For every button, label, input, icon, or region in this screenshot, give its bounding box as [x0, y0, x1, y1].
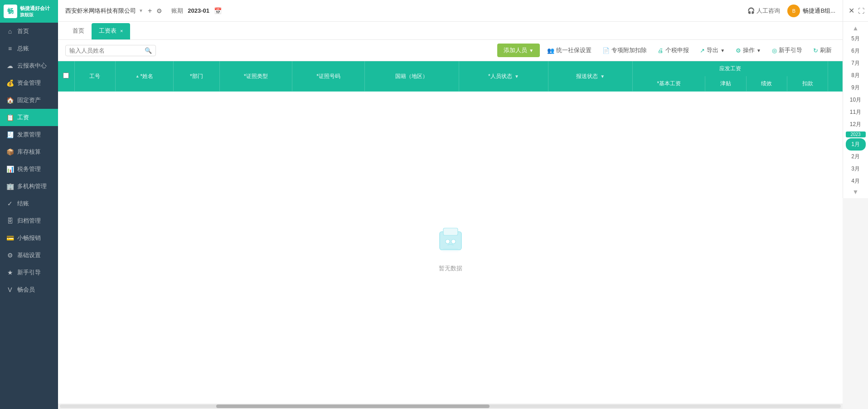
company-settings-icon[interactable]: ⚙ [156, 7, 162, 15]
month-item-2022-07[interactable]: 7月 [846, 57, 866, 69]
month-item-2023-01[interactable]: 1月 [846, 138, 866, 151]
sidebar-item-payroll[interactable]: 📋工资 [0, 109, 58, 126]
payroll-icon: 📋 [6, 114, 14, 121]
horizontal-scrollbar[interactable] [58, 404, 843, 409]
top-header: 西安虾米网络科技有限公司 ▼ + ⚙ 账期 2023-01 📅 🎧 人工咨询 B… [58, 0, 843, 22]
month-item-2023-04[interactable]: 4月 [846, 175, 866, 187]
operations-icon: ⚙ [736, 47, 741, 54]
guide-icon: ◎ [772, 47, 777, 54]
toolbar: 🔍 添加人员 ▼ 👥 统一社保设置 📄 专项附加扣除 🖨 个税申报 [58, 40, 843, 61]
guide-action[interactable]: ◎ 新手引导 [768, 44, 806, 56]
sidebar-item-cloud-report[interactable]: ☁云报表中心 [0, 57, 58, 74]
operations-action[interactable]: ⚙ 操作 ▼ [732, 44, 765, 56]
search-input[interactable] [69, 47, 142, 54]
table-header-row1: 工号 ▲ *姓名 *部门 *证照类型 [58, 61, 843, 76]
export-arrow-icon: ▼ [720, 48, 725, 53]
tab-bar: 首页 工资表 × [58, 22, 843, 40]
logo-icon: 畅 [4, 5, 17, 18]
sidebar-item-label-expense: 小畅报销 [17, 234, 41, 242]
refresh-icon: ↻ [813, 47, 818, 54]
sidebar-item-expense[interactable]: 💳小畅报销 [0, 229, 58, 247]
sidebar-item-fixed-assets[interactable]: 🏠固定资产 [0, 92, 58, 109]
sidebar-item-guide[interactable]: ★新手引导 [0, 264, 58, 281]
sidebar-item-multi-org[interactable]: 🏢多机构管理 [0, 178, 58, 195]
scrollbar-thumb[interactable] [216, 404, 490, 408]
sidebar-item-home[interactable]: ⌂首页 [0, 23, 58, 40]
th-base-salary: *基本工资 [633, 76, 705, 91]
th-id-type: *证照类型 [219, 61, 292, 91]
content-area: 🔍 添加人员 ▼ 👥 统一社保设置 📄 专项附加扣除 🖨 个税申报 [58, 40, 843, 409]
search-wrapper[interactable]: 🔍 [65, 45, 156, 56]
sidebar-item-settings[interactable]: ⚙基础设置 [0, 247, 58, 264]
month-item-2022-06[interactable]: 6月 [846, 45, 866, 57]
logo-text: 畅捷通好会计 旗舰版 [20, 5, 50, 17]
header-right: 🎧 人工咨询 B 畅捷通B组... [747, 5, 835, 17]
add-company-icon[interactable]: + [148, 7, 152, 15]
payroll-table: 工号 ▲ *姓名 *部门 *证照类型 [58, 61, 843, 91]
sidebar: 畅 畅捷通好会计 旗舰版 ⌂首页≡总账☁云报表中心💰资金管理🏠固定资产📋工资🧾发… [0, 0, 58, 409]
tab-payroll-table[interactable]: 工资表 × [92, 23, 130, 39]
month-item-2022-08[interactable]: 8月 [846, 69, 866, 82]
tab-home[interactable]: 首页 [65, 23, 92, 39]
sidebar-item-label-cloud-report: 云报表中心 [17, 62, 47, 70]
special-deduction-action[interactable]: 📄 专项附加扣除 [599, 44, 650, 56]
year-badge: 2023 [846, 131, 866, 137]
sidebar-item-label-archive: 归档管理 [17, 217, 41, 225]
user-area[interactable]: B 畅捷通B组... [787, 5, 835, 17]
support-button[interactable]: 🎧 人工咨询 [747, 7, 780, 15]
user-avatar: B [787, 5, 800, 17]
add-person-chevron-icon: ▼ [529, 48, 533, 53]
th-name[interactable]: ▲ *姓名 [115, 61, 173, 91]
social-security-action[interactable]: 👥 统一社保设置 [543, 44, 595, 56]
tab-close-icon[interactable]: × [120, 28, 123, 34]
sidebar-item-archive[interactable]: 🗄归档管理 [0, 212, 58, 229]
company-selector[interactable]: 西安虾米网络科技有限公司 ▼ [65, 7, 143, 15]
sidebar-item-ledger[interactable]: ≡总账 [0, 40, 58, 57]
panel-expand-icon[interactable]: ⛶ [858, 7, 864, 15]
month-item-2022-11[interactable]: 11月 [846, 106, 866, 118]
toolbar-actions: 添加人员 ▼ 👥 统一社保设置 📄 专项附加扣除 🖨 个税申报 ↗ 导 [497, 44, 835, 57]
month-item-2023-03[interactable]: 3月 [846, 163, 866, 175]
month-nav-up-icon[interactable]: ▲ [852, 24, 860, 33]
sidebar-item-invoice[interactable]: 🧾发票管理 [0, 126, 58, 143]
th-payable-wages: 应发工资 [633, 61, 828, 76]
month-nav-down-icon[interactable]: ▼ [852, 187, 860, 196]
sidebar-item-inventory[interactable]: 📦库存核算 [0, 143, 58, 161]
headset-icon: 🎧 [747, 7, 755, 14]
month-item-2023-02[interactable]: 2月 [846, 151, 866, 163]
month-item-2022-10[interactable]: 10月 [846, 94, 866, 106]
select-all-checkbox[interactable] [63, 73, 69, 78]
sidebar-item-fund[interactable]: 💰资金管理 [0, 74, 58, 92]
guide-icon: ★ [6, 269, 14, 276]
tab-payroll-label: 工资表 [99, 27, 116, 35]
th-person-status[interactable]: *人员状态 ▼ [459, 61, 548, 91]
export-action[interactable]: ↗ 导出 ▼ [696, 44, 728, 56]
sidebar-item-label-home: 首页 [17, 27, 29, 35]
sidebar-item-label-inventory: 库存核算 [17, 148, 41, 156]
th-report-status[interactable]: 报送状态 ▼ [548, 61, 633, 91]
add-person-button[interactable]: 添加人员 ▼ [497, 44, 540, 57]
month-item-2022-09[interactable]: 9月 [846, 82, 866, 94]
report-status-filter-icon: ▼ [600, 74, 605, 79]
sidebar-item-settlement[interactable]: ✓结账 [0, 195, 58, 212]
sidebar-item-label-guide: 新手引导 [17, 268, 41, 277]
tax-report-action[interactable]: 🖨 个税申报 [654, 44, 693, 56]
person-status-filter-icon: ▼ [514, 74, 519, 79]
sidebar-item-tax[interactable]: 📊税务管理 [0, 161, 58, 178]
svg-rect-1 [443, 228, 458, 235]
refresh-action[interactable]: ↻ 刷新 [810, 44, 835, 56]
fixed-assets-icon: 🏠 [6, 97, 14, 104]
month-panel: ▲ 5月 6月 7月 8月 9月 10月 11月 12月 2023 1月 [843, 22, 868, 198]
panel-close-icon[interactable]: ✕ [849, 6, 854, 15]
month-item-2022-12[interactable]: 12月 [846, 118, 866, 131]
ledger-icon: ≡ [6, 45, 14, 52]
th-checkbox[interactable] [58, 61, 74, 91]
calendar-icon[interactable]: 📅 [214, 7, 222, 15]
sidebar-item-member[interactable]: V畅会员 [0, 281, 58, 298]
sidebar-item-label-fixed-assets: 固定资产 [17, 96, 41, 104]
month-item-2022-05[interactable]: 5月 [846, 33, 866, 45]
member-icon: V [6, 286, 14, 293]
special-deduction-icon: 📄 [602, 47, 610, 54]
th-nationality: 国籍（地区） [365, 61, 459, 91]
th-deductions: 扣款 [787, 76, 828, 91]
